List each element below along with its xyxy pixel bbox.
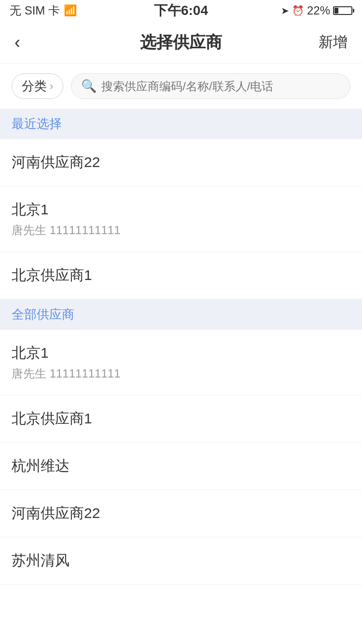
chevron-right-icon: ›: [50, 80, 53, 93]
list-item[interactable]: 北京供应商1: [0, 252, 362, 299]
recent-section-label: 最近选择: [12, 116, 62, 131]
item-name: 北京供应商1: [12, 266, 350, 285]
all-section-header: 全部供应商: [0, 299, 362, 330]
category-label: 分类: [22, 78, 47, 95]
list-item[interactable]: 苏州清风: [0, 537, 362, 585]
status-time: 下午6:04: [154, 1, 208, 20]
item-sub: 唐先生 11111111111: [12, 366, 350, 381]
page-title: 选择供应商: [140, 31, 222, 54]
list-item[interactable]: 杭州维达: [0, 443, 362, 490]
item-sub: 唐先生 11111111111: [12, 223, 350, 238]
battery-icon: [333, 6, 352, 15]
item-name: 北京1: [12, 200, 350, 220]
search-input[interactable]: [101, 80, 340, 93]
status-right: ➤ ⏰ 22%: [281, 4, 352, 17]
search-icon: 🔍: [81, 79, 97, 94]
list-item[interactable]: 河南供应商22: [0, 139, 362, 186]
all-section-label: 全部供应商: [12, 307, 74, 322]
item-name: 北京供应商1: [12, 409, 350, 429]
item-name: 北京1: [12, 343, 350, 363]
filter-bar: 分类 › 🔍: [0, 64, 362, 109]
nav-bar: ‹ 选择供应商 新增: [0, 21, 362, 64]
all-list: 北京1唐先生 11111111111北京供应商1杭州维达河南供应商22苏州清风: [0, 330, 362, 585]
recent-list: 河南供应商22北京1唐先生 11111111111北京供应商1: [0, 139, 362, 299]
list-item[interactable]: 北京1唐先生 11111111111: [0, 330, 362, 395]
item-name: 杭州维达: [12, 456, 350, 476]
category-filter-button[interactable]: 分类 ›: [12, 73, 63, 99]
item-name: 苏州清风: [12, 551, 350, 571]
list-item[interactable]: 北京供应商1: [0, 395, 362, 443]
recent-section-header: 最近选择: [0, 109, 362, 139]
item-name: 河南供应商22: [12, 504, 350, 523]
item-name: 河南供应商22: [12, 153, 350, 172]
status-left: 无 SIM 卡 📶: [10, 3, 77, 18]
add-button[interactable]: 新增: [319, 32, 348, 52]
location-icon: ➤: [281, 5, 289, 16]
status-bar: 无 SIM 卡 📶 下午6:04 ➤ ⏰ 22%: [0, 0, 362, 21]
wifi-icon: 📶: [64, 4, 77, 17]
alarm-icon: ⏰: [292, 5, 304, 16]
sim-label: 无 SIM 卡: [10, 3, 60, 18]
battery-percent: 22%: [307, 4, 330, 17]
list-item[interactable]: 北京1唐先生 11111111111: [0, 186, 362, 252]
list-item[interactable]: 河南供应商22: [0, 490, 362, 537]
back-button[interactable]: ‹: [14, 32, 43, 53]
search-box: 🔍: [71, 73, 350, 99]
